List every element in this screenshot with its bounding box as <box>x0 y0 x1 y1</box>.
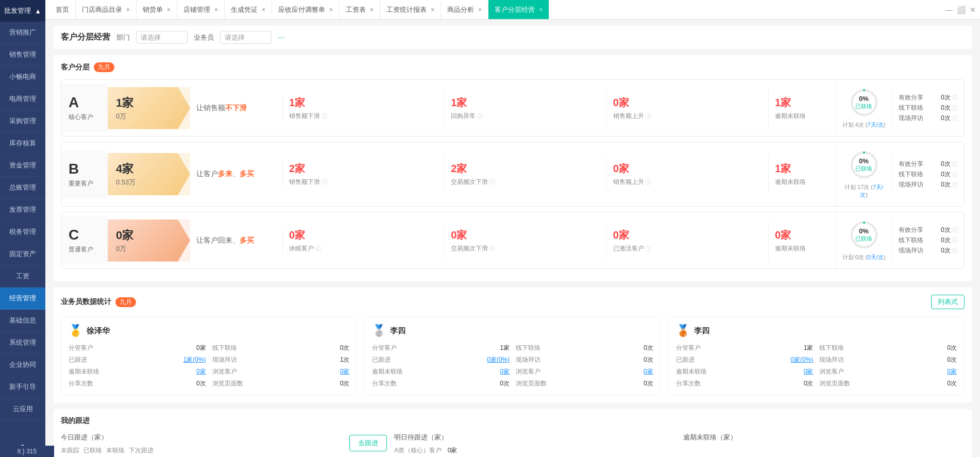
right-info-icon[interactable]: ⓘ <box>952 247 958 253</box>
staff-stat-value[interactable]: 0家 <box>500 367 510 376</box>
staff-stat-value[interactable]: 0家 <box>644 367 653 376</box>
right-info-icon[interactable]: ⓘ <box>952 105 958 111</box>
staff-stat-value[interactable]: 0家 <box>196 367 206 376</box>
go-followup-button[interactable]: 去跟进 <box>349 435 387 451</box>
stat-count[interactable]: 0家 <box>613 162 629 176</box>
sidebar-item-采购管理[interactable]: 采购管理 <box>0 110 45 132</box>
stat-count[interactable]: 0家 <box>613 96 629 110</box>
sidebar-item-新手引导[interactable]: 新手引导 <box>0 376 45 398</box>
sidebar-item-工资[interactable]: 工资 <box>0 265 45 287</box>
stat-count[interactable]: 0家 <box>289 228 305 242</box>
more-options-icon[interactable]: ··· <box>278 33 284 42</box>
tab-close-btn[interactable]: × <box>126 6 130 13</box>
staff-select[interactable]: 请选择 <box>220 31 272 44</box>
tab-close-btn[interactable]: × <box>431 6 434 13</box>
tab-close-icon[interactable]: ✕ <box>970 6 976 14</box>
info-icon[interactable]: ⓘ <box>322 112 327 120</box>
tab-工资表[interactable]: 工资表× <box>340 0 380 20</box>
contact-count[interactable]: 0家 <box>775 229 791 241</box>
stat-count[interactable]: 1家 <box>451 96 467 110</box>
staff-card-header: 🥇 徐泽华 <box>69 324 349 337</box>
tab-minimize-icon[interactable]: — <box>945 6 953 14</box>
tab-close-btn[interactable]: × <box>329 6 333 13</box>
staff-stat-value[interactable]: 0家(0%) <box>487 356 510 364</box>
right-info-icon[interactable]: ⓘ <box>952 94 958 100</box>
right-info-icon[interactable]: ⓘ <box>952 227 958 233</box>
list-view-button[interactable]: 列表式 <box>931 295 965 309</box>
staff-stat-value[interactable]: 1家(0%) <box>183 356 206 364</box>
sidebar-item-电商管理[interactable]: 电商管理 <box>0 88 45 110</box>
staff-stat-value: 0家 <box>196 344 206 352</box>
info-icon[interactable]: ⓘ <box>646 245 651 252</box>
sidebar-item-资金管理[interactable]: 资金管理 <box>0 155 45 177</box>
right-info-icon[interactable]: ⓘ <box>952 115 958 121</box>
tab-工资统计报表[interactable]: 工资统计报表× <box>380 0 441 20</box>
sidebar-item-基础信息[interactable]: 基础信息 <box>0 310 45 332</box>
tier-count: 4家 <box>116 161 182 177</box>
tab-maximize-icon[interactable]: ⬜ <box>957 6 966 14</box>
stat-count[interactable]: 0家 <box>451 228 467 242</box>
sidebar-item-小畅电商[interactable]: 小畅电商 <box>0 66 45 88</box>
stat-count[interactable]: 0家 <box>613 228 629 242</box>
sidebar-item-库存核算[interactable]: 库存核算 <box>0 132 45 155</box>
right-info-icon[interactable]: ⓘ <box>952 181 958 188</box>
info-icon[interactable]: ⓘ <box>646 112 651 120</box>
tab-close-btn[interactable]: × <box>539 6 543 13</box>
stat-count[interactable]: 1家 <box>289 96 305 110</box>
plan-link[interactable]: 7天/次 <box>868 122 884 128</box>
info-icon[interactable]: ⓘ <box>315 245 321 252</box>
stat-count[interactable]: 2家 <box>451 162 467 176</box>
right-info-icon[interactable]: ⓘ <box>952 171 958 177</box>
staff-stat-label: 分管客户 <box>69 344 93 352</box>
info-icon[interactable]: ⓘ <box>477 112 483 120</box>
tab-close-btn[interactable]: × <box>370 6 374 13</box>
dept-select[interactable]: 请选择 <box>136 31 188 44</box>
tomorrow-a-val: 0家 <box>448 447 458 454</box>
staff-stat-value[interactable]: 0家 <box>947 367 957 376</box>
sidebar-item-营销推广[interactable]: 营销推广 <box>0 22 45 44</box>
stat-count[interactable]: 2家 <box>289 162 305 176</box>
sidebar-item-税务管理[interactable]: 税务管理 <box>0 221 45 243</box>
tab-门店商品目录[interactable]: 门店商品目录× <box>76 0 137 20</box>
sidebar-item-发票管理[interactable]: 发票管理 <box>0 199 45 221</box>
sidebar-item-经营管理[interactable]: 经营管理 <box>0 287 45 310</box>
tab-店铺管理[interactable]: 店铺管理× <box>177 0 225 20</box>
sidebar-header[interactable]: 批发管理 ▲ <box>0 0 45 22</box>
tab-close-btn[interactable]: × <box>262 6 265 13</box>
tab-商品分析[interactable]: 商品分析× <box>441 0 488 20</box>
contact-count[interactable]: 1家 <box>775 163 791 174</box>
staff-stat-label: 浏览页面数 <box>819 379 850 388</box>
info-icon[interactable]: ⓘ <box>322 178 327 186</box>
tab-close-btn[interactable]: × <box>167 6 171 13</box>
stat-label: 回购异常 ⓘ <box>451 112 483 121</box>
sidebar-item-企业协同[interactable]: 企业协同 <box>0 354 45 376</box>
sidebar-item-销售管理[interactable]: 销售管理 <box>0 44 45 66</box>
right-stat-label: 有效分享 <box>899 93 923 102</box>
sidebar-item-固定资产[interactable]: 固定资产 <box>0 243 45 265</box>
tab-客户分层经营[interactable]: 客户分层经营× <box>488 0 549 20</box>
sidebar-item-总账管理[interactable]: 总账管理 <box>0 177 45 199</box>
tab-销货单[interactable]: 销货单× <box>137 0 177 20</box>
tab-close-btn[interactable]: × <box>214 6 218 13</box>
info-icon[interactable]: ⓘ <box>489 245 495 252</box>
tier-stats-c: 0家 休眠客户 ⓘ 0家 交易频次下滑 ⓘ 0家 已激活客户 ⓘ <box>283 221 768 260</box>
staff-stat-value[interactable]: 0家(0%) <box>790 356 813 364</box>
sidebar-item-系统管理[interactable]: 系统管理 <box>0 332 45 354</box>
staff-stat-value[interactable]: 0家 <box>804 367 814 376</box>
staff-stat-value[interactable]: 0家 <box>340 367 350 376</box>
right-info-icon[interactable]: ⓘ <box>952 237 958 243</box>
info-icon[interactable]: ⓘ <box>489 178 495 186</box>
contact-count[interactable]: 1家 <box>775 97 791 108</box>
info-icon[interactable]: ⓘ <box>646 178 651 186</box>
tab-生成凭证[interactable]: 生成凭证× <box>225 0 272 20</box>
tab-首页[interactable]: 首页 <box>49 0 76 20</box>
plan-link[interactable]: 7天/次 <box>860 184 883 198</box>
tab-label: 工资统计报表 <box>386 5 427 14</box>
tab-应收应付调整单[interactable]: 应收应付调整单× <box>272 0 340 20</box>
right-stat-label: 现场拜访 <box>899 246 923 255</box>
tab-close-btn[interactable]: × <box>478 6 482 13</box>
right-info-icon[interactable]: ⓘ <box>952 161 958 167</box>
sidebar-item-云应用[interactable]: 云应用 <box>0 398 45 420</box>
plan-link[interactable]: 0天/次 <box>868 254 884 260</box>
stat-label: 交易频次下滑 ⓘ <box>451 244 495 253</box>
